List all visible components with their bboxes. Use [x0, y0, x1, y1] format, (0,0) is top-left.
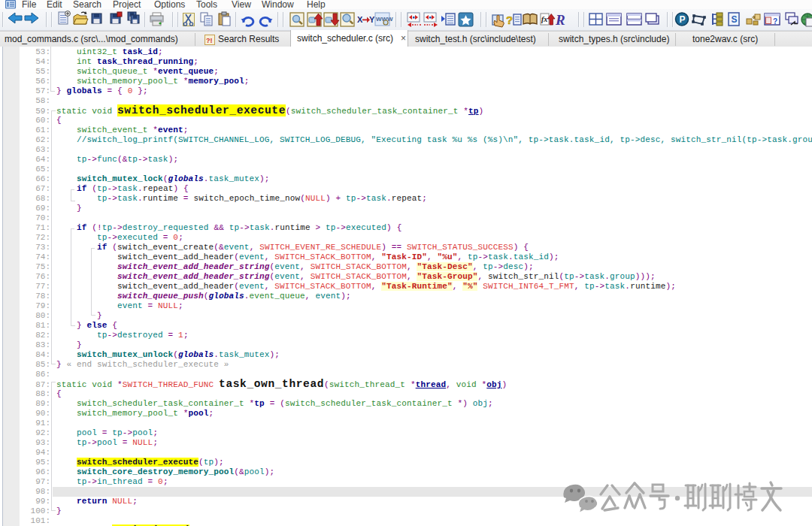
svg-text:?: ? [773, 17, 777, 26]
svg-text:P: P [680, 14, 686, 25]
svg-text:fx: fx [541, 15, 547, 23]
svg-text:S: S [732, 14, 738, 25]
svg-text:Y: Y [369, 15, 375, 24]
svg-text:R: R [555, 12, 565, 28]
svg-text:X: X [357, 15, 363, 24]
svg-text:?!: ?! [206, 37, 213, 44]
svg-text:?: ? [506, 14, 513, 26]
